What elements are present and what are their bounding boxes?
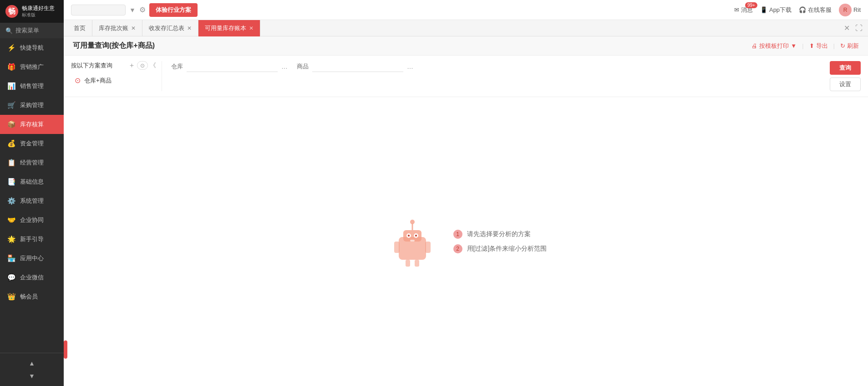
tab-summary[interactable]: 收发存汇总表 ✕ (142, 20, 198, 36)
filter-warehouse-group: 仓库 … (171, 61, 288, 72)
filter-scheme-item[interactable]: ⊙ 仓库+商品 (71, 73, 156, 87)
main-area: ▼ ⚙ 体验行业方案 ✉ 消息 99+ 📱 App下载 🎧 在线客服 R Rit (64, 0, 868, 386)
sidebar-footer: ▲ ▼ (0, 353, 64, 386)
sidebar-item-label: 销售管理 (20, 82, 44, 90)
topbar-service-btn[interactable]: 🎧 在线客服 (799, 6, 832, 14)
page-area: 可用量查询(按仓库+商品) 🖨 按模板打印 ▼ | ⬆ 导出 | ↻ 刷新 (64, 36, 868, 386)
empty-tip-2: 2 用[过滤]条件来缩小分析范围 (453, 244, 547, 253)
filter-warehouse-input[interactable] (187, 61, 278, 72)
sidebar-search[interactable]: 🔍 搜索菜单 (0, 23, 64, 38)
user-avatar: R (839, 4, 852, 16)
appstore-icon: 🏪 (7, 254, 15, 262)
sidebar: 畅 畅康通好生意 标准版 🔍 搜索菜单 ⚡ 快捷导航 🎁 营销推广 📊 销售管理… (0, 0, 64, 386)
search-icon: 🔍 (5, 27, 13, 34)
tip-text-2: 用[过滤]条件来缩小分析范围 (467, 245, 547, 253)
gift-icon: 🎁 (7, 63, 15, 71)
query-btn[interactable]: 查询 (830, 61, 861, 75)
print-btn[interactable]: 🖨 按模板打印 ▼ (751, 42, 797, 50)
filter-product-more[interactable]: … (407, 63, 413, 70)
filter-add-btn[interactable]: ＋ (128, 61, 135, 70)
purchase-icon: 🛒 (7, 101, 15, 109)
enterprise-icon: 🤝 (7, 216, 15, 224)
tab-home[interactable]: 首页 (67, 20, 92, 36)
topbar-message-btn[interactable]: ✉ 消息 99+ (734, 6, 753, 14)
filter-product-input[interactable] (312, 61, 403, 72)
filter-warehouse-label: 仓库 (171, 62, 183, 71)
tab-summary-label: 收发存汇总表 (149, 24, 184, 32)
sidebar-item-label: 营销推广 (20, 63, 44, 71)
topbar-search-input[interactable] (71, 5, 126, 15)
filter-product-group: 商品 … (297, 61, 413, 72)
export-btn[interactable]: ⬆ 导出 (809, 42, 828, 50)
tab-home-label: 首页 (74, 24, 86, 32)
page-title: 可用量查询(按仓库+商品) (73, 41, 155, 51)
empty-tips: 1 请先选择要分析的方案 2 用[过滤]条件来缩小分析范围 (453, 230, 547, 253)
filter-warehouse-more[interactable]: … (281, 63, 288, 70)
svg-point-12 (410, 220, 415, 224)
sales-icon: 📊 (7, 82, 15, 90)
filter-collapse-btn[interactable]: 《 (150, 61, 156, 70)
app-icon: 📱 (760, 6, 767, 13)
topbar-user[interactable]: R Rit (839, 4, 861, 16)
tab-batch-label: 库存批次账 (99, 24, 128, 32)
sidebar-item-label: 基础信息 (20, 178, 44, 186)
tab-available[interactable]: 可用量库存账本 ✕ (198, 20, 260, 36)
sidebar-item-label: 应用中心 (20, 254, 44, 262)
sidebar-item-quick[interactable]: ⚡ 快捷导航 (0, 38, 64, 57)
filter-settings-btn[interactable]: 设置 (830, 77, 861, 91)
svg-rect-8 (425, 242, 431, 253)
sidebar-item-label: 畅会员 (20, 293, 38, 301)
message-icon: ✉ (734, 6, 739, 13)
filter-right-panel: 仓库 … 商品 … 查询 设置 (162, 61, 861, 91)
app-badge: 标准版 (22, 12, 55, 18)
wechat-icon: 💬 (7, 273, 15, 282)
topbar-dropdown-btn[interactable]: ▼ (129, 6, 136, 14)
sidebar-item-label: 企业微信 (20, 273, 44, 282)
sidebar-item-sales[interactable]: 📊 销售管理 (0, 77, 64, 96)
sidebar-item-enterprise[interactable]: 🤝 企业协同 (0, 211, 64, 230)
svg-point-4 (408, 235, 410, 237)
sidebar-item-basic[interactable]: 📑 基础信息 (0, 172, 64, 191)
sidebar-item-finance[interactable]: 💰 资金管理 (0, 134, 64, 153)
app-title: 畅康通好生意 (22, 5, 55, 12)
operation-icon: 📋 (7, 159, 15, 167)
topbar-trial-btn[interactable]: 体验行业方案 (149, 3, 198, 17)
sidebar-item-label: 系统管理 (20, 197, 44, 205)
topbar: ▼ ⚙ 体验行业方案 ✉ 消息 99+ 📱 App下载 🎧 在线客服 R Rit (64, 0, 868, 20)
filter-left-panel: 按以下方案查询 ＋ ⊙ 《 ⊙ 仓库+商品 (71, 61, 162, 91)
sidebar-item-label: 采购管理 (20, 101, 44, 109)
tab-batch-close[interactable]: ✕ (131, 25, 136, 31)
refresh-btn[interactable]: ↻ 刷新 (840, 42, 859, 50)
tab-batch[interactable]: 库存批次账 ✕ (92, 20, 142, 36)
topbar-app-btn[interactable]: 📱 App下载 (760, 6, 792, 14)
sidebar-item-label: 资金管理 (20, 139, 44, 148)
sidebar-item-system[interactable]: ⚙️ 系统管理 (0, 191, 64, 211)
sidebar-item-label: 新手引导 (20, 235, 44, 243)
sidebar-item-label: 快捷导航 (20, 44, 44, 52)
sidebar-item-purchase[interactable]: 🛒 采购管理 (0, 96, 64, 115)
tab-summary-close[interactable]: ✕ (187, 25, 192, 31)
sidebar-item-label: 经营管理 (20, 159, 44, 167)
sidebar-item-wechat[interactable]: 💬 企业微信 (0, 268, 64, 287)
filter-scheme-item-label: 仓库+商品 (84, 77, 112, 85)
sidebar-item-member[interactable]: 👑 畅会员 (0, 287, 64, 306)
filter-settings-scheme-btn[interactable]: ⊙ (137, 61, 148, 70)
sidebar-item-inventory[interactable]: 📦 库存核算 (0, 115, 64, 134)
refresh-icon: ↻ (840, 42, 845, 49)
export-label: 导出 (816, 42, 828, 50)
tab-available-close[interactable]: ✕ (249, 25, 254, 31)
topbar-gear-btn[interactable]: ⚙ (139, 5, 146, 14)
sidebar-item-marketing[interactable]: 🎁 营销推广 (0, 57, 64, 77)
finance-icon: 💰 (7, 139, 15, 148)
sidebar-item-appstore[interactable]: 🏪 应用中心 (0, 249, 64, 268)
tabbar-expand-btn[interactable]: ⛶ (853, 22, 864, 34)
sidebar-item-newbie[interactable]: 🌟 新手引导 (0, 230, 64, 249)
sidebar-scroll-up[interactable]: ▲ (0, 357, 64, 370)
tabbar-close-btn[interactable]: ✕ (842, 22, 852, 34)
sidebar-item-operation[interactable]: 📋 经营管理 (0, 153, 64, 172)
svg-rect-10 (415, 260, 419, 267)
empty-illustration (385, 214, 440, 269)
sidebar-item-label: 库存核算 (20, 120, 44, 129)
sidebar-scroll-down[interactable]: ▼ (0, 370, 64, 382)
scheme-icon: ⊙ (75, 76, 81, 85)
